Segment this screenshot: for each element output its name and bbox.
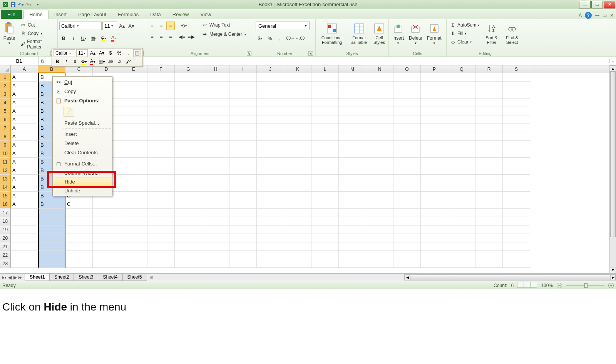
tab-review[interactable]: Review bbox=[167, 10, 195, 19]
conditional-formatting-button[interactable]: Conditional Formatting bbox=[317, 22, 346, 45]
cell[interactable] bbox=[65, 259, 93, 268]
cell[interactable]: A bbox=[11, 132, 38, 141]
cell[interactable] bbox=[366, 209, 393, 217]
cell[interactable] bbox=[175, 82, 202, 90]
row-header[interactable]: 13 bbox=[0, 175, 11, 183]
mini-font-combo[interactable]: Calibri▾ bbox=[54, 49, 75, 57]
cell[interactable] bbox=[175, 183, 202, 192]
font-color-icon[interactable]: A▾ bbox=[109, 34, 118, 42]
format-cells-button[interactable]: Format▼ bbox=[425, 22, 443, 46]
mini-font-color-icon[interactable]: A▾ bbox=[89, 58, 97, 65]
cell[interactable] bbox=[229, 259, 257, 268]
cell[interactable] bbox=[503, 183, 530, 192]
cell[interactable] bbox=[421, 175, 448, 183]
cell[interactable] bbox=[393, 124, 421, 132]
cell[interactable] bbox=[448, 209, 475, 217]
cell[interactable] bbox=[421, 107, 448, 115]
cell[interactable] bbox=[229, 225, 257, 234]
cell[interactable] bbox=[147, 225, 175, 234]
cell[interactable] bbox=[448, 158, 475, 166]
cell[interactable] bbox=[366, 149, 393, 158]
cell[interactable] bbox=[120, 124, 147, 132]
fx-icon[interactable]: fx bbox=[38, 58, 47, 64]
cell[interactable] bbox=[448, 259, 475, 268]
paste-button[interactable]: Paste ▼ bbox=[2, 22, 17, 46]
scroll-left-icon[interactable]: ◀ bbox=[405, 275, 410, 280]
cell[interactable]: A bbox=[11, 73, 38, 82]
cell[interactable] bbox=[311, 251, 339, 259]
cell[interactable] bbox=[202, 158, 229, 166]
cell[interactable] bbox=[175, 175, 202, 183]
cell[interactable] bbox=[147, 200, 175, 209]
ctx-column-width[interactable]: Column Width... bbox=[53, 168, 112, 177]
alignment-launcher[interactable]: ⬊ bbox=[247, 51, 251, 56]
cell[interactable] bbox=[503, 200, 530, 209]
cell[interactable] bbox=[366, 166, 393, 175]
cell[interactable] bbox=[229, 115, 257, 124]
cell[interactable] bbox=[175, 73, 202, 82]
cell[interactable] bbox=[38, 209, 65, 217]
cell[interactable]: A bbox=[11, 82, 38, 90]
vscroll-thumb[interactable] bbox=[610, 72, 616, 237]
column-header[interactable]: J bbox=[257, 65, 284, 73]
cell[interactable] bbox=[38, 259, 65, 268]
cell[interactable] bbox=[229, 200, 257, 209]
cell[interactable] bbox=[393, 251, 421, 259]
column-header[interactable]: P bbox=[421, 65, 448, 73]
cell[interactable] bbox=[257, 141, 284, 149]
cell[interactable] bbox=[475, 141, 503, 149]
cell[interactable] bbox=[448, 166, 475, 175]
cell[interactable] bbox=[421, 225, 448, 234]
cell[interactable] bbox=[257, 99, 284, 107]
cell[interactable] bbox=[120, 217, 147, 225]
cell[interactable] bbox=[284, 242, 311, 251]
cell[interactable] bbox=[503, 259, 530, 268]
cell[interactable] bbox=[257, 183, 284, 192]
cell[interactable] bbox=[229, 175, 257, 183]
row-header[interactable]: 8 bbox=[0, 132, 11, 141]
cell[interactable] bbox=[421, 158, 448, 166]
cell[interactable] bbox=[175, 99, 202, 107]
ctx-paste-option[interactable]: 📄 bbox=[64, 106, 74, 117]
row-header[interactable]: 22 bbox=[0, 251, 11, 259]
cell[interactable] bbox=[311, 132, 339, 141]
scroll-right-icon[interactable]: ▶ bbox=[610, 275, 616, 280]
cell[interactable] bbox=[147, 141, 175, 149]
bold-icon[interactable]: B bbox=[59, 34, 68, 42]
cell[interactable] bbox=[284, 82, 311, 90]
cell[interactable] bbox=[120, 82, 147, 90]
cell[interactable] bbox=[366, 225, 393, 234]
minimize-button[interactable]: — bbox=[579, 1, 591, 8]
cell[interactable] bbox=[339, 115, 366, 124]
cell[interactable] bbox=[393, 107, 421, 115]
column-header[interactable]: M bbox=[339, 65, 366, 73]
horizontal-scrollbar[interactable]: ◀ ▶ bbox=[404, 274, 616, 281]
tab-home[interactable]: Home bbox=[23, 10, 49, 19]
cell[interactable] bbox=[421, 200, 448, 209]
mini-format-painter-icon[interactable]: 🖌 bbox=[124, 58, 132, 65]
cell[interactable] bbox=[503, 251, 530, 259]
sort-filter-button[interactable]: AZSort & Filter bbox=[482, 22, 500, 45]
cell[interactable] bbox=[366, 234, 393, 242]
cell[interactable] bbox=[311, 107, 339, 115]
cell[interactable] bbox=[503, 90, 530, 99]
cell[interactable] bbox=[120, 242, 147, 251]
cell[interactable] bbox=[147, 242, 175, 251]
page-break-view-icon[interactable] bbox=[530, 282, 537, 288]
cell[interactable] bbox=[229, 132, 257, 141]
copy-button[interactable]: ⎘Copy▾ bbox=[18, 30, 56, 37]
cell[interactable] bbox=[229, 234, 257, 242]
cell[interactable] bbox=[366, 259, 393, 268]
cell[interactable] bbox=[503, 175, 530, 183]
cell[interactable] bbox=[147, 73, 175, 82]
number-launcher[interactable]: ⬊ bbox=[308, 51, 313, 56]
cell[interactable] bbox=[448, 234, 475, 242]
undo-icon[interactable]: ↶▾ bbox=[18, 2, 24, 8]
cell[interactable] bbox=[339, 90, 366, 99]
cell[interactable]: B bbox=[38, 200, 65, 209]
cell[interactable] bbox=[475, 217, 503, 225]
cell[interactable] bbox=[120, 200, 147, 209]
zoom-slider[interactable] bbox=[566, 285, 604, 286]
cell[interactable] bbox=[366, 183, 393, 192]
cell[interactable] bbox=[257, 175, 284, 183]
